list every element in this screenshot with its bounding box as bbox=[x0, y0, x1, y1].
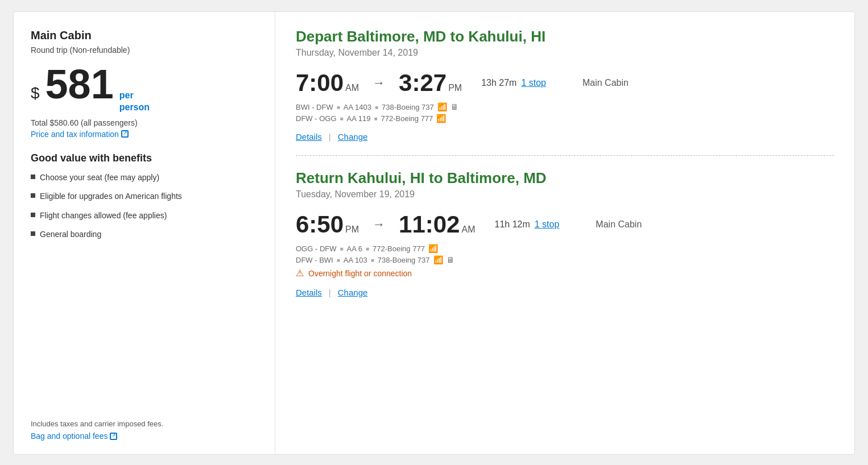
return-flight-date: Tuesday, November 19, 2019 bbox=[296, 189, 834, 200]
external-link-icon bbox=[121, 130, 129, 138]
benefit-list: Choose your seat (fee may apply) Eligibl… bbox=[31, 172, 258, 248]
footer-section: Includes taxes and carrier imposed fees.… bbox=[31, 408, 258, 441]
benefit-item: General boarding bbox=[31, 229, 258, 240]
depart-change-link[interactable]: Change bbox=[338, 132, 368, 142]
return-duration-stop: 11h 12m 1 stop bbox=[494, 219, 559, 230]
return-arrive-time: 11:02AM bbox=[399, 211, 475, 238]
wifi-icon: 📶 bbox=[437, 102, 447, 111]
overnight-warning: ⚠ Overnight flight or connection bbox=[296, 268, 834, 279]
depart-cabin-label: Main Cabin bbox=[582, 78, 629, 88]
return-stops-link[interactable]: 1 stop bbox=[535, 219, 560, 230]
benefit-item: Choose your seat (fee may apply) bbox=[31, 172, 258, 184]
entertainment-icon: 🖥 bbox=[447, 255, 454, 264]
return-action-row: Details | Change bbox=[296, 288, 834, 297]
flight-card: Main Cabin Round trip (Non-refundable) $… bbox=[13, 11, 855, 455]
return-time-row: 6:50PM → 11:02AM 11h 12m 1 stop Main Cab… bbox=[296, 211, 834, 238]
bag-fees-link[interactable]: Bag and optional fees bbox=[31, 431, 258, 441]
section-divider bbox=[296, 155, 834, 156]
left-panel: Main Cabin Round trip (Non-refundable) $… bbox=[14, 12, 275, 454]
return-change-link[interactable]: Change bbox=[338, 288, 368, 297]
bullet-icon bbox=[31, 231, 35, 236]
right-panel: Depart Baltimore, MD to Kahului, HI Thur… bbox=[275, 12, 854, 454]
depart-time: 7:00AM bbox=[296, 69, 359, 97]
cabin-type-label: Main Cabin bbox=[31, 29, 258, 42]
wifi-icon: 📶 bbox=[433, 255, 443, 264]
arrow-icon: → bbox=[373, 76, 385, 90]
depart-leg2-details: DFW - OGG ■ AA 119 ■ 772-Boeing 777 📶 bbox=[296, 114, 834, 123]
external-link-icon bbox=[110, 433, 117, 440]
bullet-icon bbox=[31, 175, 35, 179]
return-route-title: Return Kahului, HI to Baltimore, MD bbox=[296, 169, 834, 187]
depart-flight-date: Thursday, November 14, 2019 bbox=[296, 48, 834, 58]
return-flight-section: Return Kahului, HI to Baltimore, MD Tues… bbox=[296, 169, 834, 297]
depart-duration-stop: 13h 27m 1 stop bbox=[481, 78, 546, 88]
price-row: $ 581 perperson bbox=[31, 64, 258, 114]
return-duration: 11h 12m bbox=[494, 219, 530, 230]
trip-type-label: Round trip (Non-refundable) bbox=[31, 45, 258, 55]
depart-route-title: Depart Baltimore, MD to Kahului, HI bbox=[296, 28, 834, 45]
benefit-item: Eligible for upgrades on American flight… bbox=[31, 191, 258, 202]
depart-time-row: 7:00AM → 3:27PM 13h 27m 1 stop Main Cabi… bbox=[296, 69, 834, 97]
entertainment-icon: 🖥 bbox=[450, 102, 458, 111]
bullet-icon bbox=[31, 193, 35, 198]
total-price-label: Total $580.60 (all passengers) bbox=[31, 118, 258, 127]
arrow-icon: → bbox=[373, 217, 385, 232]
return-leg1-details: OGG - DFW ■ AA 6 ■ 772-Boeing 777 📶 bbox=[296, 244, 834, 253]
benefits-title: Good value with benefits bbox=[31, 152, 258, 164]
per-person-label: perperson bbox=[119, 90, 150, 114]
bullet-icon bbox=[31, 213, 35, 217]
wifi-icon: 📶 bbox=[428, 244, 438, 253]
depart-details-link[interactable]: Details bbox=[296, 132, 322, 142]
dollar-sign: $ bbox=[31, 85, 40, 101]
price-tax-link[interactable]: Price and tax information bbox=[31, 130, 258, 139]
depart-arrive-time: 3:27PM bbox=[399, 69, 462, 97]
includes-text: Includes taxes and carrier imposed fees. bbox=[31, 420, 258, 428]
price-amount: 581 bbox=[46, 64, 114, 105]
return-details-link[interactable]: Details bbox=[296, 288, 322, 297]
warning-triangle-icon: ⚠ bbox=[296, 268, 304, 279]
depart-duration: 13h 27m bbox=[481, 78, 516, 88]
return-cabin-label: Main Cabin bbox=[596, 219, 642, 230]
return-depart-time: 6:50PM bbox=[296, 211, 359, 238]
depart-flight-section: Depart Baltimore, MD to Kahului, HI Thur… bbox=[296, 28, 834, 142]
benefit-item: Flight changes allowed (fee applies) bbox=[31, 210, 258, 222]
wifi-icon: 📶 bbox=[436, 114, 446, 123]
depart-stops-link[interactable]: 1 stop bbox=[521, 78, 546, 88]
depart-leg1-details: BWI - DFW ■ AA 1403 ■ 738-Boeing 737 📶 🖥 bbox=[296, 102, 834, 111]
depart-action-row: Details | Change bbox=[296, 132, 834, 142]
return-leg2-details: DFW - BWI ■ AA 103 ■ 738-Boeing 737 📶 🖥 bbox=[296, 255, 834, 264]
